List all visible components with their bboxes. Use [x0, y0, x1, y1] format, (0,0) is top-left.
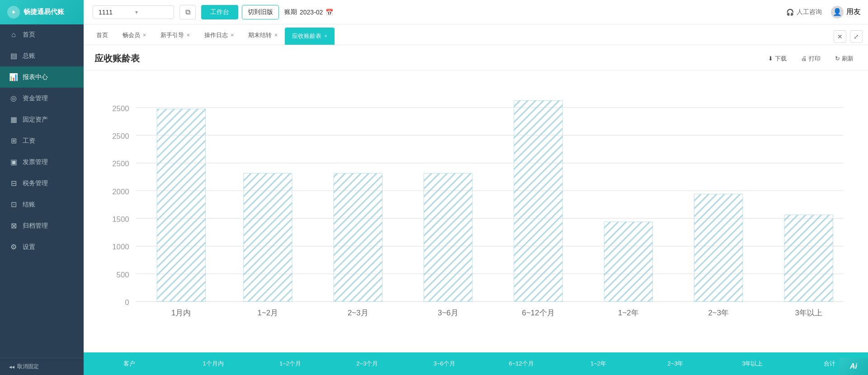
svg-text:1~2月: 1~2月: [258, 309, 278, 317]
print-icon: 🖨: [801, 55, 807, 62]
gear-icon: ⚙: [9, 243, 18, 251]
svg-text:3年以上: 3年以上: [795, 309, 822, 317]
sidebar-item-assets[interactable]: ▦ 固定资产: [0, 109, 84, 130]
download-button[interactable]: ⬇ 下载: [764, 53, 790, 65]
copy-button[interactable]: ⧉: [179, 5, 196, 19]
consult-label: 人工咨询: [797, 8, 822, 16]
tab-guide[interactable]: 新手引导 ×: [153, 27, 197, 45]
col-2-3y: 2~3年: [637, 360, 714, 368]
svg-rect-25: [514, 101, 562, 302]
svg-text:6~12个月: 6~12个月: [522, 309, 555, 317]
invoice-icon: ▣: [9, 158, 18, 166]
page-title: 应收账龄表: [94, 52, 140, 65]
sidebar-item-home[interactable]: ⌂ 首页: [0, 24, 84, 45]
tab-label: 应收账龄表: [292, 32, 321, 40]
company-selector[interactable]: 1111 ▾: [93, 5, 174, 19]
user-label: 用友: [846, 7, 861, 17]
tab-bar: 首页 畅会员 × 新手引导 × 操作日志 × 期末结转 × 应收账龄表 ×: [84, 24, 868, 45]
logo-icon: ✦: [7, 6, 20, 19]
salary-icon: ⊞: [9, 136, 18, 145]
sidebar-item-reports[interactable]: 📊 报表中心: [0, 66, 84, 88]
expand-tab-button[interactable]: ⤢: [850, 30, 863, 43]
switch-old-button[interactable]: 切到旧版: [242, 5, 279, 19]
chart-container: 2500 2500 2500 2000 1500 1000 500 0: [84, 70, 868, 352]
ai-badge[interactable]: Ai: [839, 358, 868, 375]
col-6-12m: 6~12个月: [483, 360, 560, 368]
sidebar-item-label: 固定资产: [23, 116, 48, 124]
col-3y-plus: 3年以上: [714, 360, 791, 368]
sidebar-item-tax[interactable]: ⊟ 税务管理: [0, 173, 84, 194]
svg-rect-21: [334, 173, 382, 302]
consult-button[interactable]: 🎧 人工咨询: [786, 8, 822, 16]
col-customer: 客户: [84, 360, 175, 368]
sidebar-item-settle[interactable]: ⊡ 结账: [0, 194, 84, 215]
tab-close-icon[interactable]: ×: [143, 32, 146, 38]
period-label: 账期: [284, 8, 297, 16]
page-header: 应收账龄表 ⬇ 下载 🖨 打印 ↻ 刷新: [84, 45, 868, 70]
chart-wrapper: 2500 2500 2500 2000 1500 1000 500 0: [94, 80, 857, 343]
tab-label: 畅会员: [123, 31, 140, 39]
refresh-button[interactable]: ↻ 刷新: [831, 53, 857, 65]
svg-text:3~6月: 3~6月: [438, 309, 458, 317]
tab-period-end[interactable]: 期末结转 ×: [241, 27, 285, 45]
chevron-down-icon: ▾: [135, 9, 168, 15]
tab-member[interactable]: 畅会员 ×: [115, 27, 153, 45]
funds-icon: ◎: [9, 94, 18, 103]
sidebar-item-settings[interactable]: ⚙ 设置: [0, 236, 84, 258]
logo-area: ✦ 畅捷通易代账: [0, 0, 84, 24]
copy-icon: ⧉: [185, 8, 190, 16]
sidebar-item-archive[interactable]: ⊠ 归档管理: [0, 215, 84, 236]
sidebar: ⌂ 首页 ▤ 总账 📊 报表中心 ◎ 资金管理 ▦ 固定资产 ⊞ 工资 ▣ 发票…: [0, 24, 84, 375]
sidebar-item-ledger[interactable]: ▤ 总账: [0, 45, 84, 66]
tab-close-icon[interactable]: ×: [231, 32, 234, 38]
top-header: ✦ 畅捷通易代账 1111 ▾ ⧉ 工作台 切到旧版 账期 2023-02 📅 …: [0, 0, 868, 24]
headphone-icon: 🎧: [786, 9, 794, 16]
sidebar-item-funds[interactable]: ◎ 资金管理: [0, 88, 84, 109]
sidebar-item-label: 报表中心: [23, 73, 48, 81]
logo-text: 畅捷通易代账: [24, 8, 64, 16]
svg-text:1000: 1000: [112, 243, 129, 251]
print-label: 打印: [809, 55, 821, 63]
col-2-3m: 2~3个月: [329, 360, 406, 368]
main-layout: ⌂ 首页 ▤ 总账 📊 报表中心 ◎ 资金管理 ▦ 固定资产 ⊞ 工资 ▣ 发票…: [0, 24, 868, 375]
bar-chart: 2500 2500 2500 2000 1500 1000 500 0: [94, 80, 857, 343]
workbench-button[interactable]: 工作台: [201, 5, 238, 19]
close-tab-button[interactable]: ✕: [834, 30, 846, 43]
assets-icon: ▦: [9, 115, 18, 124]
col-1-2y: 1~2年: [560, 360, 637, 368]
tab-label: 新手引导: [160, 31, 184, 39]
sidebar-item-label: 结账: [23, 201, 35, 209]
tab-close-icon[interactable]: ×: [274, 32, 278, 38]
svg-text:500: 500: [117, 271, 129, 279]
tab-label: 操作日志: [204, 31, 228, 39]
print-button[interactable]: 🖨 打印: [797, 53, 824, 65]
period-area: 账期 2023-02 📅: [284, 8, 333, 16]
tab-actions: ✕ ⤢: [834, 30, 863, 45]
tab-ar-aging[interactable]: 应收账龄表 ×: [285, 28, 335, 45]
tab-oplog[interactable]: 操作日志 ×: [197, 27, 241, 45]
svg-text:2500: 2500: [112, 159, 129, 168]
sidebar-item-salary[interactable]: ⊞ 工资: [0, 130, 84, 151]
svg-text:2000: 2000: [112, 188, 129, 196]
tab-label: 期末结转: [248, 31, 272, 39]
ledger-icon: ▤: [9, 52, 18, 60]
download-label: 下载: [775, 55, 787, 63]
tab-home[interactable]: 首页: [89, 27, 115, 45]
col-1-2m: 1~2个月: [252, 360, 329, 368]
calendar-icon[interactable]: 📅: [326, 9, 333, 16]
svg-rect-19: [244, 173, 292, 302]
sidebar-item-label: 总账: [23, 52, 35, 60]
company-name: 1111: [99, 9, 132, 16]
user-area[interactable]: 👤 用友: [831, 6, 861, 19]
tab-close-icon[interactable]: ×: [324, 33, 327, 39]
tab-close-icon[interactable]: ×: [187, 32, 190, 38]
tab-label: 首页: [96, 31, 108, 39]
header-right: 🎧 人工咨询 👤 用友: [786, 6, 861, 19]
cancel-fixed-button[interactable]: ◂◂ 取消固定: [0, 358, 84, 375]
svg-text:2~3月: 2~3月: [348, 309, 368, 317]
sidebar-item-invoice[interactable]: ▣ 发票管理: [0, 151, 84, 173]
svg-rect-27: [604, 222, 652, 301]
svg-text:1~2年: 1~2年: [618, 309, 639, 317]
sidebar-item-label: 设置: [23, 243, 35, 251]
svg-text:0: 0: [125, 298, 129, 307]
